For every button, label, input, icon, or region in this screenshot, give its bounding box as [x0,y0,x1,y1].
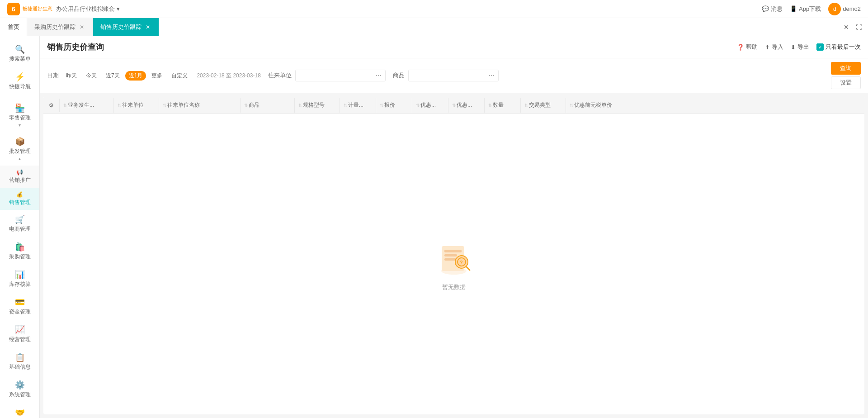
table-body: ? 暂无数据 [43,114,864,414]
sidebar-item-sales-mgmt[interactable]: 💰 销售管理 [0,188,39,210]
maximize-button[interactable]: ⛶ [854,22,864,33]
sidebar-item-cooperation[interactable]: 🤝 企业协同 [0,403,39,418]
partner-input-dots[interactable]: ··· [375,71,381,80]
th-biz-date[interactable]: ⇅ 业务发生... [60,98,114,113]
th-trade-label: 交易类型 [529,101,551,109]
sidebar-item-finance-label: 资金管理 [9,308,31,316]
tab-sales-history[interactable]: 销售历史价跟踪 ✕ [93,18,159,36]
th-partner-sort-icon: ⇅ [118,103,121,108]
download-icon: 📱 [790,5,797,12]
gear-icon: ⚙ [49,102,54,109]
th-spec[interactable]: ⇅ 规格型号 [295,98,340,113]
message-button[interactable]: 💬 消息 [762,5,783,13]
top-bar-right: 💬 消息 📱 App下载 d demo2 [762,3,861,15]
th-disc1-sort-icon: ⇅ [416,103,420,108]
sidebar-item-purchase[interactable]: 🛍️ 采购管理 [0,238,39,265]
sidebar-item-retail[interactable]: 🏪 零售管理 ▾ [0,99,39,132]
date-pill-more[interactable]: 更多 [148,71,166,81]
page-title-row: 销售历史价查询 ❓ 帮助 ⬆ 导入 ⬇ 导出 ✓ [47,42,861,52]
tab-purchase-history-close[interactable]: ✕ [78,24,85,31]
tab-actions: ✕ ⛶ [841,18,868,36]
th-partner[interactable]: ⇅ 往来单位 [114,98,159,113]
ecommerce-icon: 🛒 [15,214,25,224]
th-disc2-label: 优惠... [457,101,472,109]
date-pill-today[interactable]: 今天 [82,71,100,81]
th-partner-name-sort-icon: ⇅ [163,103,166,108]
logo-icon: 6 [7,3,20,15]
th-spec-label: 规格型号 [303,101,325,109]
th-qty[interactable]: ⇅ 数量 [485,98,521,113]
th-notax-price[interactable]: ⇅ 优惠前无税单价 [566,98,864,113]
only-last-checkbox[interactable]: ✓ 只看最后一次 [816,43,861,51]
app-selector[interactable]: 办公用品行业模拟账套 ▾ [56,5,120,13]
th-partner-name-label: 往来单位名称 [167,101,200,109]
sidebar: 🔍 搜索菜单 ⚡ 快捷导航 🏪 零售管理 ▾ 📦 批发管理 ▴ 📢 营销推广 💰… [0,36,40,418]
help-icon: ❓ [737,44,744,51]
sidebar-item-finance[interactable]: 💳 资金管理 [0,293,39,320]
sidebar-item-system-label: 系统管理 [9,391,31,399]
sidebar-item-ecommerce[interactable]: 🛒 电商管理 [0,210,39,238]
app-download-label: App下载 [799,5,821,13]
partner-input-field[interactable]: ··· [295,70,386,81]
product-input-dots[interactable]: ··· [488,71,494,80]
app-download-button[interactable]: 📱 App下载 [790,5,821,13]
tab-bar: 首页 采购历史价跟踪 ✕ 销售历史价跟踪 ✕ ✕ ⛶ [0,18,868,36]
th-trade-type[interactable]: ⇅ 交易类型 [521,98,566,113]
sidebar-item-operation[interactable]: 📈 经营管理 [0,320,39,348]
sidebar-item-operation-label: 经营管理 [9,336,31,343]
th-product[interactable]: ⇅ 商品 [241,98,295,113]
user-profile[interactable]: d demo2 [828,3,861,15]
th-disc2-sort-icon: ⇅ [452,103,456,108]
avatar: d [828,3,841,15]
product-filter: 商品 ··· [393,70,499,81]
message-label: 消息 [771,5,783,13]
date-range-display: 2023-02-18 至 2023-03-18 [197,72,260,80]
operation-icon: 📈 [15,325,25,335]
settings-button[interactable]: 设置 [831,76,861,89]
wholesale-submenu: 📢 营销推广 💰 销售管理 [0,166,39,210]
table-header: ⚙ ⇅ 业务发生... ⇅ 往来单位 ⇅ 往来单位名称 ⇅ 商品 [43,97,864,114]
th-spec-sort-icon: ⇅ [298,103,302,108]
only-last-label: 只看最后一次 [826,43,861,51]
export-icon: ⬇ [791,44,796,51]
message-icon: 💬 [762,5,769,12]
sidebar-item-search[interactable]: 🔍 搜索菜单 [0,40,39,67]
sidebar-item-retail-label: 零售管理 [9,114,31,122]
th-unit-sort-icon: ⇅ [344,103,347,108]
sidebar-item-basic[interactable]: 📋 基础信息 [0,348,39,375]
date-pill-yesterday[interactable]: 昨天 [62,71,80,81]
sales-mgmt-icon: 💰 [16,191,23,198]
shortcut-icon: ⚡ [15,72,25,82]
th-disc2[interactable]: ⇅ 优惠... [448,98,485,113]
sidebar-item-shortcut[interactable]: ⚡ 快捷导航 [0,67,39,95]
import-button[interactable]: ⬆ 导入 [765,43,783,51]
sidebar-item-marketing[interactable]: 📢 营销推广 [0,166,39,188]
tab-sales-history-close[interactable]: ✕ [144,24,151,31]
logo-area: 6 畅捷通好生意 [7,3,52,15]
th-partner-name[interactable]: ⇅ 往来单位名称 [159,98,241,113]
close-all-tabs-button[interactable]: ✕ [841,22,852,33]
tab-home[interactable]: 首页 [0,18,27,36]
top-bar: 6 畅捷通好生意 办公用品行业模拟账套 ▾ 💬 消息 📱 App下载 d dem… [0,0,868,18]
tab-purchase-history[interactable]: 采购历史价跟踪 ✕ [27,18,93,36]
th-price[interactable]: ⇅ 报价 [376,98,412,113]
sidebar-item-system[interactable]: ⚙️ 系统管理 [0,375,39,403]
th-unit[interactable]: ⇅ 计量... [340,98,376,113]
search-icon: 🔍 [15,44,25,54]
sidebar-item-inventory[interactable]: 📊 库存核算 [0,265,39,293]
date-filter-label: 日期 [47,71,59,80]
sidebar-item-wholesale[interactable]: 📦 批发管理 ▴ [0,132,39,166]
search-button[interactable]: 查询 [831,62,861,75]
help-button[interactable]: ❓ 帮助 [737,43,758,51]
date-pill-1month[interactable]: 近1月 [125,71,146,81]
empty-illustration: ? [434,237,474,278]
date-pill-custom[interactable]: 自定义 [168,71,191,81]
main-layout: 🔍 搜索菜单 ⚡ 快捷导航 🏪 零售管理 ▾ 📦 批发管理 ▴ 📢 营销推广 💰… [0,36,868,418]
export-button[interactable]: ⬇ 导出 [791,43,809,51]
sidebar-item-marketing-label: 营销推广 [9,176,31,184]
table-settings-th[interactable]: ⚙ [43,99,60,112]
th-disc1[interactable]: ⇅ 优惠... [412,98,448,113]
product-input-field[interactable]: ··· [408,70,499,81]
export-label: 导出 [797,43,809,51]
date-pill-7days[interactable]: 近7天 [102,71,123,81]
